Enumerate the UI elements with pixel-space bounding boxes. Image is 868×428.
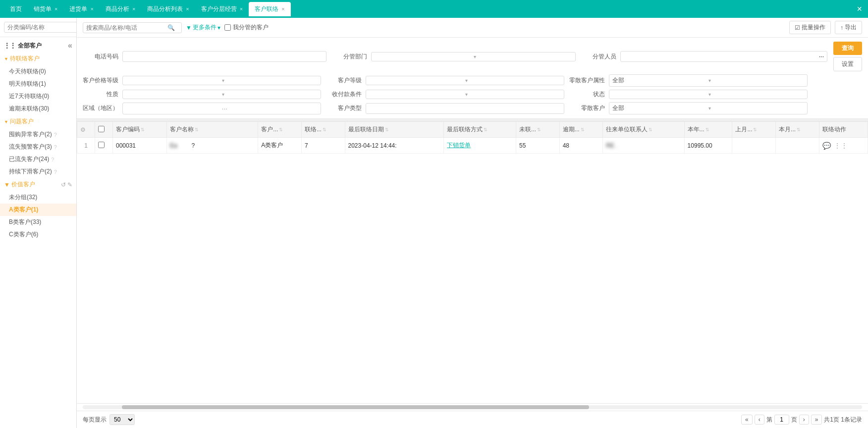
nav-product-analysis-list[interactable]: 商品分析列表 × bbox=[141, 2, 195, 16]
contact-count-sort-icon[interactable]: ⇅ bbox=[323, 127, 326, 132]
sidebar-item-class-c[interactable]: C类客户(6) bbox=[0, 228, 76, 241]
this-month-col-header: 本月...⇅ bbox=[776, 122, 819, 138]
person-dots-icon[interactable]: ··· bbox=[819, 53, 824, 60]
sidebar-item-churn-warning[interactable]: 流失预警客户(3) ? bbox=[0, 141, 76, 153]
nav-sales[interactable]: 销货单 × bbox=[28, 2, 63, 16]
close-purchase-icon[interactable]: × bbox=[90, 6, 93, 12]
nature-select[interactable]: ▾ bbox=[122, 90, 321, 99]
more-action-icon[interactable]: ⋮⋮ bbox=[834, 142, 848, 150]
close-product-list-icon[interactable]: × bbox=[186, 6, 189, 12]
all-customers-header: ⋮⋮ 全部客户 « bbox=[0, 37, 76, 52]
sidebar-item-class-a[interactable]: A类客户(1) bbox=[0, 204, 76, 216]
sidebar-collapse-icon[interactable]: « bbox=[68, 41, 72, 50]
sidebar-item-churned[interactable]: 已流失客户(24) ? bbox=[0, 153, 76, 165]
last-month-sort-icon[interactable]: ⇅ bbox=[753, 127, 757, 132]
batch-icon: ☑ bbox=[795, 24, 800, 31]
this-year-sort-icon[interactable]: ⇅ bbox=[705, 127, 709, 132]
section-arrow-icon: ▼ bbox=[4, 56, 8, 61]
section-value-customers[interactable]: ▼ 价值客户 ↺ ✎ bbox=[0, 178, 76, 191]
retail-customer-select[interactable]: 全部 ▾ bbox=[609, 102, 808, 114]
data-table: ⚙ 客户编码⇅ 客户名称⇅ 客户...⇅ bbox=[77, 121, 868, 154]
nav-customer-contact[interactable]: 客户联络 × bbox=[249, 2, 290, 16]
close-sales-icon[interactable]: × bbox=[54, 6, 57, 12]
nav-purchase[interactable]: 进货单 × bbox=[63, 2, 99, 16]
more-filters-button[interactable]: ▼ 更多条件 ▾ bbox=[186, 23, 220, 32]
status-select[interactable]: ▾ bbox=[609, 90, 808, 99]
edit-icon[interactable]: ✎ bbox=[67, 181, 72, 188]
query-button[interactable]: 查询 bbox=[833, 42, 862, 55]
action-col-header: 联络动作 bbox=[819, 122, 868, 138]
close-product-analysis-icon[interactable]: × bbox=[132, 6, 135, 12]
prev-page-button[interactable]: ‹ bbox=[755, 415, 764, 425]
sidebar-item-declining[interactable]: 持续下滑客户(2) ? bbox=[0, 165, 76, 178]
value-section-actions: ↺ ✎ bbox=[61, 181, 72, 188]
table-settings-icon[interactable]: ⚙ bbox=[80, 126, 86, 133]
section-pending-contact[interactable]: ▼ 待联络客户 bbox=[0, 52, 76, 65]
sidebar-item-stockpile-abnormal[interactable]: 囤购异常客户(2) ? bbox=[0, 128, 76, 141]
sidebar-search-area: 🔍 bbox=[0, 18, 76, 37]
filter-retail-customer: 零散客户 全部 ▾ bbox=[569, 102, 813, 114]
export-icon: ↑ bbox=[840, 24, 843, 31]
chat-action-icon[interactable]: 💬 bbox=[822, 142, 831, 150]
nav-home[interactable]: 首页 bbox=[4, 2, 28, 16]
sidebar-item-overdue[interactable]: 逾期未联络(30) bbox=[0, 103, 76, 115]
batch-operations-button[interactable]: ☑ 批量操作 bbox=[789, 21, 831, 34]
last-page-button[interactable]: » bbox=[811, 415, 822, 425]
person-label: 分管人员 bbox=[581, 53, 620, 61]
next-page-button[interactable]: › bbox=[799, 415, 809, 425]
sidebar-item-unclassified[interactable]: 未分组(32) bbox=[0, 191, 76, 204]
price-level-select[interactable]: ▾ bbox=[122, 76, 321, 85]
sidebar-search-input[interactable] bbox=[4, 22, 77, 33]
overdue-sort-icon[interactable]: ⇅ bbox=[581, 127, 585, 132]
sidebar-item-tomorrow[interactable]: 明天待联络(1) bbox=[0, 78, 76, 90]
region-select[interactable]: ··· bbox=[122, 103, 321, 114]
per-page-select[interactable]: 50 100 200 bbox=[109, 414, 135, 425]
last-method-sort-icon[interactable]: ⇅ bbox=[484, 127, 488, 132]
close-segmentation-icon[interactable]: × bbox=[240, 6, 243, 12]
customer-name-blurred: Ea bbox=[170, 142, 190, 149]
person-input[interactable] bbox=[624, 53, 819, 60]
type-sort-icon[interactable]: ⇅ bbox=[279, 127, 283, 132]
customer-level-select[interactable]: ▾ bbox=[366, 76, 564, 85]
retail-attr-select[interactable]: 全部 ▾ bbox=[609, 74, 808, 87]
customer-type-wrap bbox=[366, 103, 564, 114]
main-search-input[interactable] bbox=[86, 24, 165, 31]
sidebar-item-today[interactable]: 今天待联络(0) bbox=[0, 65, 76, 78]
grid-icon: ⋮⋮ bbox=[4, 42, 16, 49]
my-customers-checkbox[interactable] bbox=[224, 24, 231, 31]
name-sort-icon[interactable]: ⇅ bbox=[195, 127, 199, 132]
close-all-tabs-button[interactable]: × bbox=[855, 2, 864, 16]
main-layout: 🔍 ⋮⋮ 全部客户 « ▼ 待联络客户 今天待联络(0) 明天待联络(1) 近7… bbox=[0, 18, 868, 428]
customer-type-input[interactable] bbox=[369, 105, 561, 112]
dept-select[interactable]: ▾ bbox=[371, 52, 575, 61]
export-button[interactable]: ↑ 导出 bbox=[835, 21, 862, 34]
filter-row-1: 电话号码 分管部门 ▾ 分管人员 ··· bbox=[83, 42, 862, 71]
main-search-icon[interactable]: 🔍 bbox=[167, 24, 175, 31]
row-checkbox[interactable] bbox=[98, 142, 105, 148]
advanced-filter-panel: 电话号码 分管部门 ▾ 分管人员 ··· bbox=[77, 38, 868, 119]
payment-select[interactable]: ▾ bbox=[366, 90, 564, 99]
select-all-checkbox[interactable] bbox=[98, 126, 105, 132]
region-label: 区域（地区） bbox=[83, 104, 122, 112]
phone-input[interactable] bbox=[126, 53, 323, 60]
nav-customer-segmentation[interactable]: 客户分层经营 × bbox=[195, 2, 249, 16]
filter-row-2: 客户价格等级 ▾ 客户等级 ▾ 零散客户属性 全部 bbox=[83, 74, 862, 87]
refresh-icon[interactable]: ↺ bbox=[61, 181, 66, 188]
last-date-sort-icon[interactable]: ⇅ bbox=[385, 127, 389, 132]
section-problem-customers[interactable]: ▼ 问题客户 bbox=[0, 115, 76, 128]
this-month-sort-icon[interactable]: ⇅ bbox=[797, 127, 801, 132]
no-contact-sort-icon[interactable]: ⇅ bbox=[537, 127, 541, 132]
settings-button[interactable]: 设置 bbox=[833, 57, 862, 71]
dept-dropdown-icon: ▾ bbox=[474, 54, 572, 59]
first-page-button[interactable]: « bbox=[741, 415, 753, 425]
contact-method-link[interactable]: 下销货单 bbox=[447, 142, 471, 149]
code-sort-icon[interactable]: ⇅ bbox=[141, 127, 145, 132]
person-sort-icon[interactable]: ⇅ bbox=[649, 127, 652, 132]
sidebar-item-class-b[interactable]: B类客户(33) bbox=[0, 216, 76, 228]
nav-product-analysis[interactable]: 商品分析 × bbox=[100, 2, 141, 16]
sidebar-item-7days[interactable]: 近7天待联络(0) bbox=[0, 90, 76, 103]
current-page-input[interactable] bbox=[774, 415, 789, 425]
scroll-thumb[interactable] bbox=[122, 405, 590, 409]
filter-nature: 性质 ▾ bbox=[83, 90, 326, 99]
close-contact-icon[interactable]: × bbox=[281, 6, 284, 12]
